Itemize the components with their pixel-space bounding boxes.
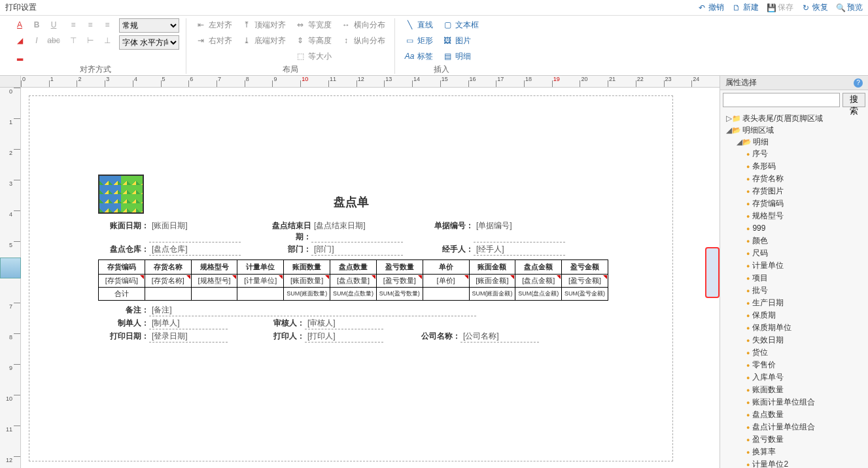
insert-rect-button[interactable]: ▭矩形 xyxy=(402,34,436,47)
sum-cell[interactable]: SUM(账面金额) xyxy=(469,288,515,301)
insert-detail-button[interactable]: ▤明细 xyxy=(440,50,481,63)
search-input[interactable] xyxy=(723,93,840,107)
insert-label-button[interactable]: Aa标签 xyxy=(402,50,436,63)
table-header[interactable]: 存货名称 xyxy=(145,260,191,275)
preview-button[interactable]: 🔍预览 xyxy=(836,2,863,13)
strike-button[interactable]: abc xyxy=(46,34,61,47)
tree-leaf[interactable]: 存货名称 xyxy=(746,174,784,183)
help-icon[interactable]: ? xyxy=(854,78,863,88)
table-header[interactable]: 盈亏金额 xyxy=(562,260,608,275)
property-tree[interactable]: ▷表头表尾/页眉页脚区域 ◢明细区域 ◢明细 序号条形码存货名称存货图片存货编码… xyxy=(720,110,868,468)
align-center-button[interactable]: ≡ xyxy=(82,18,98,31)
header-value[interactable]: [盘点结束日期] xyxy=(311,220,403,242)
table-cell[interactable]: [存货名称] xyxy=(145,275,191,288)
tree-leaf[interactable]: 存货图片 xyxy=(746,186,784,195)
tree-leaf[interactable]: 颜色 xyxy=(746,236,768,245)
table-header[interactable]: 单价 xyxy=(423,260,469,275)
table-cell[interactable]: [单价] xyxy=(423,275,469,288)
sum-cell[interactable]: SUM(盈亏数量) xyxy=(376,288,423,301)
equal-height-button[interactable]: ⇕等高度 xyxy=(292,34,334,47)
new-button[interactable]: 🗋新建 xyxy=(732,2,759,13)
insert-textbox-button[interactable]: ▢文本框 xyxy=(440,18,481,31)
table-cell[interactable]: [规格型号] xyxy=(191,275,237,288)
table-header[interactable]: 账面数量 xyxy=(284,260,330,275)
tree-leaf[interactable]: 规格型号 xyxy=(746,211,784,220)
tree-leaf[interactable]: 零售价 xyxy=(746,360,776,369)
footer-value[interactable]: [制单人] xyxy=(149,318,228,329)
bottom-align-button[interactable]: ⤓底端对齐 xyxy=(239,34,288,47)
font-color-button[interactable]: A xyxy=(12,18,27,31)
sum-cell[interactable] xyxy=(145,288,191,301)
footer-value[interactable]: [打印人] xyxy=(305,331,383,343)
table-cell[interactable]: [计量单位] xyxy=(237,275,284,288)
sum-cell[interactable]: 合计 xyxy=(99,288,145,301)
sum-cell[interactable] xyxy=(191,288,237,301)
tree-node-detail-area[interactable]: 明细区域 xyxy=(732,125,774,135)
tree-leaf[interactable]: 生产日期 xyxy=(746,298,784,307)
table-header[interactable]: 规格型号 xyxy=(191,260,237,275)
undo-button[interactable]: ↶撤销 xyxy=(697,2,724,13)
table-header[interactable]: 盘点金额 xyxy=(515,260,562,275)
sum-cell[interactable]: SUM(盘点金额) xyxy=(515,288,562,301)
align-top-button[interactable]: ⊤ xyxy=(65,34,81,47)
tree-leaf[interactable]: 999 xyxy=(746,224,765,233)
save-button[interactable]: 💾保存 xyxy=(767,2,793,13)
tree-leaf[interactable]: 账面计量单位组合 xyxy=(746,397,815,407)
footer-value[interactable]: [登录日期] xyxy=(149,331,228,343)
tree-leaf[interactable]: 盘点计量单位组合 xyxy=(746,422,815,431)
tree-leaf[interactable]: 尺码 xyxy=(746,248,768,258)
tree-node-detail[interactable]: 明细 xyxy=(742,137,769,146)
italic-button[interactable]: I xyxy=(29,34,44,47)
bold-button[interactable]: B xyxy=(29,18,44,31)
top-align-button[interactable]: ⤒顶端对齐 xyxy=(239,18,288,31)
align-middle-button[interactable]: ⊢ xyxy=(82,34,98,47)
header-value[interactable]: [经手人] xyxy=(474,244,565,256)
table-header[interactable]: 盘点数量 xyxy=(330,260,377,275)
table-cell[interactable]: [账面金额] xyxy=(469,275,515,288)
ruler-marker[interactable] xyxy=(0,258,21,278)
tree-twisty[interactable]: ◢ xyxy=(736,136,742,148)
ruler-vertical[interactable]: 0123456789101112 xyxy=(0,88,21,468)
sum-cell[interactable]: SUM(盘点数量) xyxy=(330,288,377,301)
tree-leaf[interactable]: 入库单号 xyxy=(746,373,784,382)
tree-leaf[interactable]: 计量单位2 xyxy=(746,460,788,468)
footer-value[interactable]: [审核人] xyxy=(305,318,383,329)
table-cell[interactable]: [账面数量] xyxy=(284,275,330,288)
tree-leaf[interactable]: 货位 xyxy=(746,348,768,357)
highlight-button[interactable]: ◢ xyxy=(12,34,27,47)
equal-width-button[interactable]: ⇔等宽度 xyxy=(292,18,334,31)
sum-cell[interactable]: SUM(账面数量) xyxy=(284,288,330,301)
table-header[interactable]: 计量单位 xyxy=(237,260,284,275)
sum-cell[interactable]: SUM(盈亏金额) xyxy=(562,288,608,301)
report-logo[interactable] xyxy=(98,175,144,214)
align-left-button[interactable]: ≡ xyxy=(65,18,81,31)
ruler-horizontal[interactable]: 0123456789101112131415161718192021222324 xyxy=(21,76,720,88)
table-cell[interactable]: [盈亏数量] xyxy=(376,275,423,288)
header-value[interactable]: [账面日期] xyxy=(149,220,241,242)
tree-leaf[interactable]: 盈亏数量 xyxy=(746,435,784,444)
sum-cell[interactable] xyxy=(423,288,469,301)
table-cell[interactable]: [盘点金额] xyxy=(515,275,562,288)
restore-button[interactable]: ↻恢复 xyxy=(801,2,828,13)
font-dir-select[interactable]: 字体 水平方向 xyxy=(119,35,179,50)
left-align-button[interactable]: ⇤左对齐 xyxy=(193,18,235,31)
equal-size-button[interactable]: ⬚等大小 xyxy=(292,50,334,63)
border-color-button[interactable]: ▂ xyxy=(12,50,27,63)
table-header[interactable]: 存货编码 xyxy=(99,260,145,275)
table-cell[interactable]: [盈亏金额] xyxy=(562,275,608,288)
insert-image-button[interactable]: 🖼图片 xyxy=(440,34,481,47)
tree-twisty[interactable]: ◢ xyxy=(725,124,732,136)
insert-line-button[interactable]: ╲直线 xyxy=(402,18,436,31)
tree-twisty[interactable]: ▷ xyxy=(725,112,732,124)
header-value[interactable]: [盘点仓库] xyxy=(149,244,241,256)
table-cell[interactable]: [存货编码] xyxy=(99,275,145,288)
tree-leaf[interactable]: 账面数量 xyxy=(746,385,784,394)
table-header[interactable]: 盈亏数量 xyxy=(376,260,423,275)
header-value[interactable]: [单据编号] xyxy=(474,220,565,242)
align-right-button[interactable]: ≡ xyxy=(99,18,115,31)
tree-leaf[interactable]: 序号 xyxy=(746,149,768,158)
tree-leaf[interactable]: 换算率 xyxy=(746,447,776,456)
tree-leaf[interactable]: 条形码 xyxy=(746,161,776,171)
sum-cell[interactable] xyxy=(237,288,284,301)
header-value[interactable]: [部门] xyxy=(311,244,403,256)
